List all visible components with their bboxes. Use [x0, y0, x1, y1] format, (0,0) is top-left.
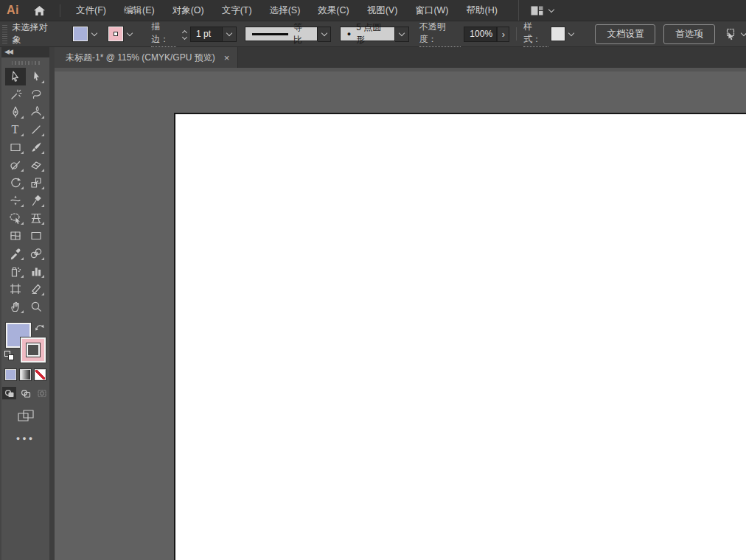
panel-grip-handle[interactable]: [2, 24, 7, 43]
stroke-panel-link[interactable]: 描边：: [151, 21, 176, 47]
none-button[interactable]: [35, 369, 46, 380]
illustrator-logo: Ai: [0, 4, 26, 17]
gradient-button[interactable]: [20, 369, 31, 380]
tool-curvature[interactable]: [26, 103, 46, 121]
menu-edit[interactable]: 编辑(E): [115, 0, 164, 21]
workspace-switcher[interactable]: [518, 0, 554, 21]
preferences-button[interactable]: 首选项: [663, 24, 715, 44]
swap-fill-stroke-button[interactable]: [35, 321, 45, 335]
tool-gradient[interactable]: [26, 227, 46, 245]
home-button[interactable]: [26, 4, 53, 18]
tool-rectangle[interactable]: [5, 139, 26, 156]
tool-selection[interactable]: [5, 68, 26, 85]
stroke-weight-dropdown[interactable]: [223, 27, 237, 42]
style-dropdown[interactable]: [565, 26, 578, 42]
color-button[interactable]: [5, 369, 16, 380]
document-setup-button[interactable]: 文档设置: [595, 24, 655, 44]
tool-shaper[interactable]: [5, 156, 26, 174]
menu-bar: Ai 文件(F) 编辑(E) 对象(O) 文字(T) 选择(S) 效果(C) 视…: [0, 0, 746, 21]
width-icon: [9, 194, 22, 207]
fill-color-dropdown[interactable]: [88, 26, 101, 42]
draw-behind-icon: [21, 389, 31, 398]
tool-paintbrush[interactable]: [26, 139, 46, 156]
tool-symbol-sprayer[interactable]: [5, 262, 26, 280]
stroke-color-dropdown[interactable]: [123, 26, 136, 42]
tool-rotate[interactable]: [5, 174, 26, 192]
magic-wand-icon: [9, 88, 22, 101]
default-fill-stroke-button[interactable]: [4, 351, 14, 360]
tool-magic-wand[interactable]: [5, 85, 26, 103]
tool-blend[interactable]: [26, 245, 46, 262]
document-tab[interactable]: 未标题-1* @ 115% (CMYK/GPU 预览) ×: [55, 47, 238, 68]
chevron-down-icon: [741, 29, 746, 35]
menu-select[interactable]: 选择(S): [261, 0, 310, 21]
artboard[interactable]: [174, 113, 746, 560]
menu-view[interactable]: 视图(V): [358, 0, 407, 21]
tool-eraser[interactable]: [26, 156, 46, 174]
tool-width[interactable]: [5, 192, 26, 209]
tool-perspective-grid[interactable]: [26, 209, 46, 227]
toolbar-grip-handle[interactable]: [12, 61, 40, 65]
width-profile-widget[interactable]: 等比: [245, 27, 317, 41]
tool-scale[interactable]: [26, 174, 46, 192]
tool-eyedropper[interactable]: [5, 245, 26, 262]
shaper-icon: [9, 158, 22, 172]
type-icon: T: [12, 124, 19, 136]
tool-pen[interactable]: [5, 103, 26, 121]
draw-behind-button[interactable]: [18, 387, 32, 399]
tools-grid: T: [1, 68, 49, 315]
brush-definition-label: 5 点圆形: [356, 21, 388, 46]
curvature-icon: [29, 105, 43, 119]
edit-toolbar-button[interactable]: ●●●: [1, 435, 49, 442]
tool-column-graph[interactable]: [26, 262, 46, 280]
gradient-icon: [29, 229, 43, 242]
tool-artboard[interactable]: [5, 280, 26, 298]
tool-lasso[interactable]: [26, 85, 46, 103]
scale-icon: [29, 176, 43, 189]
menu-separator: [60, 4, 60, 17]
menu-object[interactable]: 对象(O): [164, 0, 213, 21]
menu-effect[interactable]: 效果(C): [309, 0, 358, 21]
tool-shape-builder[interactable]: [5, 209, 26, 227]
menu-type[interactable]: 文字(T): [213, 0, 261, 21]
opacity-more-button[interactable]: ›: [497, 27, 509, 42]
opacity-field[interactable]: 100%: [464, 27, 497, 42]
column-graph-icon: [29, 265, 43, 278]
toolbar-dock: ◀◀: [0, 47, 55, 560]
draw-inside-button[interactable]: [35, 387, 49, 399]
tab-close-icon[interactable]: ×: [224, 53, 230, 63]
tool-slice[interactable]: [26, 280, 46, 298]
stroke-color-swatch[interactable]: [108, 27, 123, 41]
stroke-weight-field[interactable]: 1 pt: [190, 27, 223, 42]
perspective-grid-icon: [29, 211, 43, 225]
tool-puppet-warp[interactable]: [26, 192, 46, 209]
align-options[interactable]: [723, 27, 746, 41]
menu-file[interactable]: 文件(F): [67, 0, 115, 21]
draw-mode-buttons: [1, 387, 49, 399]
puppet-warp-pin-icon: [29, 194, 43, 207]
line-segment-icon: [29, 123, 43, 136]
menu-window[interactable]: 窗口(W): [406, 0, 457, 21]
style-panel-link[interactable]: 样式：: [523, 21, 548, 47]
opacity-panel-link[interactable]: 不透明度：: [419, 21, 461, 47]
brush-definition-widget[interactable]: ● 5 点圆形: [340, 27, 395, 41]
tool-mesh[interactable]: [5, 227, 26, 245]
stroke-proxy-swatch[interactable]: [21, 337, 46, 363]
chevron-down-icon: [399, 29, 405, 35]
tool-line-segment[interactable]: [26, 121, 46, 139]
tool-type[interactable]: T: [5, 121, 26, 139]
change-screen-mode-button[interactable]: [17, 409, 35, 423]
menu-help[interactable]: 帮助(H): [458, 0, 506, 21]
stroke-weight-stepper[interactable]: [183, 29, 186, 39]
brush-definition-dropdown[interactable]: [395, 27, 409, 42]
canvas[interactable]: [55, 68, 746, 560]
chevron-down-icon: [91, 29, 97, 35]
width-profile-dropdown[interactable]: [318, 27, 332, 42]
toolbar-collapse-button[interactable]: ◀◀: [1, 47, 49, 57]
style-swatch[interactable]: [551, 27, 565, 41]
tool-zoom[interactable]: [26, 298, 46, 315]
draw-normal-button[interactable]: [2, 387, 16, 399]
tool-hand[interactable]: [5, 298, 26, 315]
fill-color-swatch[interactable]: [73, 27, 88, 41]
tool-direct-selection[interactable]: [26, 68, 46, 85]
